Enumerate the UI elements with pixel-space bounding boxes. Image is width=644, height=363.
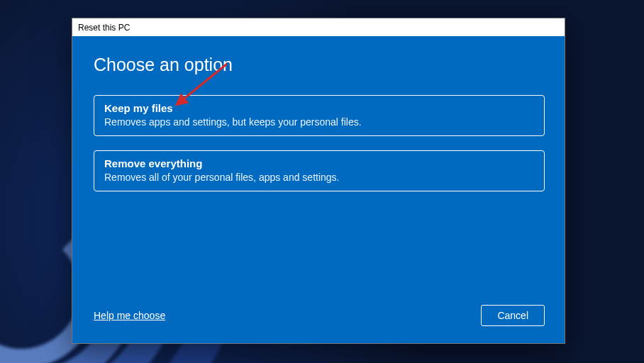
dialog-footer: Help me choose Cancel [94,305,545,329]
option-remove-everything[interactable]: Remove everything Removes all of your pe… [94,150,545,191]
window-titlebar: Reset this PC [72,18,565,36]
help-me-choose-link[interactable]: Help me choose [94,310,165,321]
option-title: Remove everything [104,157,534,169]
page-heading: Choose an option [94,55,545,75]
dialog-content: Choose an option Keep my files Removes a… [72,36,565,343]
option-title: Keep my files [104,102,534,114]
options-list: Keep my files Removes apps and settings,… [94,95,545,191]
option-description: Removes all of your personal files, apps… [104,172,534,183]
window-title: Reset this PC [78,23,130,33]
cancel-button[interactable]: Cancel [481,305,545,326]
option-description: Removes apps and settings, but keeps you… [104,116,534,128]
reset-pc-dialog: Reset this PC Choose an option Keep my f… [72,18,565,344]
option-keep-my-files[interactable]: Keep my files Removes apps and settings,… [94,95,545,136]
